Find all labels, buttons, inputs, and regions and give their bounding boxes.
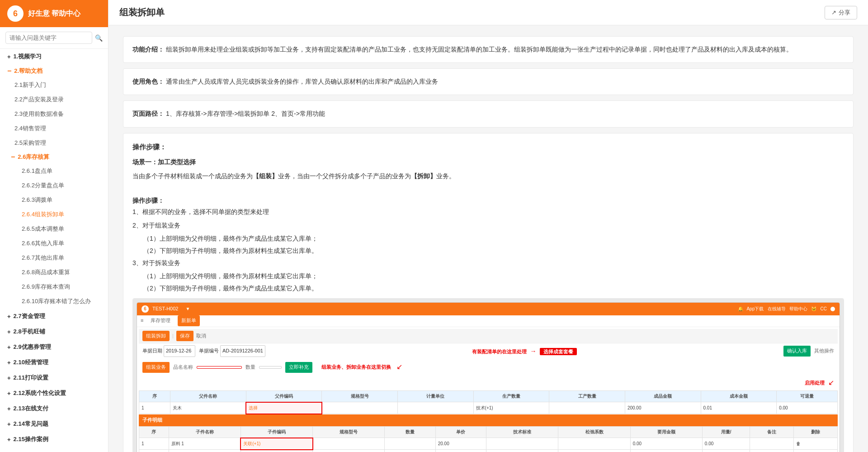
lth-del: 删除 — [794, 426, 838, 438]
search-icon[interactable]: 🔍 — [95, 34, 103, 42]
arrow-annotation3: ↙ — [396, 361, 402, 374]
lth-child-name: 子件名称 — [169, 426, 241, 438]
step3-1: （1）上部明细为父件明细，最终作为原材料生成某它出库单； — [143, 271, 844, 282]
mock-app-logo: 6 — [142, 305, 149, 313]
lth-remark: 备注 — [750, 426, 794, 438]
sidebar-item-help-docs[interactable]: − 2.帮助文档 — [0, 64, 108, 78]
sidebar-item-funds[interactable]: + 2.7资金管理 — [0, 309, 108, 324]
lth-qty: 数量 — [385, 426, 435, 438]
mock-qty-input[interactable] — [259, 366, 282, 369]
minus-icon-2: − — [11, 153, 15, 161]
plus-icon-7: + — [7, 375, 11, 381]
mock-upper-table: 序 父件名称 父件编码 规格型号 计量单位 生产数量 工产数量 成品金额 — [139, 390, 838, 414]
main-area: 组装拆卸单 ↗ 分享 功能介绍： 组装拆卸单用来处理企业组装或拆卸等加工业务，支… — [108, 0, 868, 452]
mock-date-input[interactable]: 2019-12-26 — [164, 345, 195, 357]
sidebar-item-online-pay[interactable]: + 2.13在线支付 — [0, 401, 108, 416]
mock-icons: 🔔 App下载 在线辅导 帮助中心 🐱 CC — [738, 305, 827, 313]
lth-amount: 要用金额 — [630, 426, 702, 438]
lth-spec: 规格型号 — [313, 426, 385, 438]
sidebar-item-stocktake[interactable]: 2.6.1盘点单 — [0, 164, 108, 178]
mock-confirm-btn[interactable]: 确认入库 — [783, 346, 811, 357]
sidebar-item-label: 1.视频学习 — [14, 52, 42, 61]
mock-product-name-input[interactable] — [197, 366, 242, 369]
sidebar-item-data-prep[interactable]: 2.3使用前数据准备 — [0, 107, 108, 121]
sidebar-item-faq[interactable]: + 2.14常见问题 — [0, 416, 108, 432]
sidebar-item-label: 2.7资金管理 — [14, 312, 45, 320]
sidebar-item-label: 2.10经营管理 — [14, 358, 48, 366]
screenshot-mockup: 6 TEST-H002 ▼ 🔔 App下载 在线辅导 帮助中心 🐱 CC — [132, 298, 844, 452]
role-label: 使用角色： — [132, 78, 164, 85]
plus-icon-4: + — [7, 328, 11, 335]
step3-2: （2）下部明细为子件明细，最终作为产成品生成某它入库单。 — [143, 283, 844, 294]
mock-order-input[interactable]: AD-20191226-001 — [220, 345, 265, 357]
scenario1-title: 场景一：加工类型选择 — [132, 157, 844, 168]
sidebar-item-cost-recalc[interactable]: 2.6.8商品成本重算 — [0, 265, 108, 280]
feature-intro-text: 组装拆卸单用来处理企业组装或拆卸等加工业务，支持有固定装配清单的产品加工业务，也… — [166, 46, 793, 53]
sidebar-item-ledger-query[interactable]: 2.6.9库存账本查询 — [0, 280, 108, 294]
topbar: 组装拆卸单 ↗ 分享 — [108, 0, 868, 25]
mock-close-btn[interactable] — [830, 307, 835, 311]
td-prod-qty: 技术(+1) — [473, 402, 549, 414]
page-title: 组装拆卸单 — [119, 6, 165, 19]
sidebar-item-other-in[interactable]: 2.6.6其他入库单 — [0, 236, 108, 251]
sidebar-item-partial-stocktake[interactable]: 2.6.2分量盘点单 — [0, 178, 108, 193]
mock-tab-new[interactable]: 新新单 — [178, 315, 200, 326]
role-section: 使用角色： 通常由生产人员或库管人员完成拆装业务的操作，库管人员确认原材料的出库… — [123, 68, 854, 95]
sidebar-header: 6 好生意 帮助中心 — [0, 0, 108, 27]
sidebar-item-assembly[interactable]: 2.6.4组装拆卸单 — [0, 207, 108, 222]
step1: 1、根据不同的业务，选择不同单据的类型来处理 — [132, 206, 844, 218]
sidebar-item-mobile[interactable]: + 2.8手机旺铺 — [0, 324, 108, 339]
step-list: 1、根据不同的业务，选择不同单据的类型来处理 2、对于组装业务 （1）上部明细为… — [132, 206, 844, 294]
sidebar-item-coupon[interactable]: + 2.9优惠券管理 — [0, 339, 108, 355]
mock-biz-type[interactable]: 组装业务 — [142, 362, 170, 373]
sidebar-item-inventory[interactable]: − 2.6库存核算 — [0, 150, 108, 164]
sidebar-item-operation[interactable]: + 2.10经营管理 — [0, 355, 108, 370]
arrow-annotation4: ↙ — [828, 376, 834, 390]
mock-cancel-btn[interactable]: 取消 — [196, 332, 206, 341]
sidebar-item-transfer[interactable]: 2.6.3调拨单 — [0, 193, 108, 207]
plus-icon-9: + — [7, 405, 11, 412]
sidebar-item-install[interactable]: 2.2产品安装及登录 — [0, 92, 108, 107]
th-cost-amt: 成本金额 — [701, 390, 777, 402]
path-text: 1、库存核算->库存管理->组装拆卸单 2、首页->常用功能 — [166, 110, 325, 117]
sidebar-item-label: 2.12系统个性化设置 — [14, 389, 66, 397]
screenshot-inner: 6 TEST-H002 ▼ 🔔 App下载 在线辅导 帮助中心 🐱 CC — [133, 299, 844, 452]
sidebar-item-personalize[interactable]: + 2.12系统个性化设置 — [0, 385, 108, 401]
sidebar-item-video-learning[interactable]: + 1.视频学习 — [0, 49, 108, 64]
path-label: 页面路径： — [132, 110, 164, 117]
share-button[interactable]: ↗ 分享 — [825, 6, 857, 19]
sidebar-item-label: 2.9优惠券管理 — [14, 343, 51, 351]
th-parent-name: 父件名称 — [170, 390, 246, 402]
ops-steps-label2: 操作步骤： — [132, 195, 844, 206]
sidebar-item-other-out[interactable]: 2.6.7其他出库单 — [0, 251, 108, 265]
search-input[interactable] — [5, 32, 92, 44]
lth-child-code: 子件编码 — [241, 426, 312, 438]
td-cost-amt: 0.01 — [701, 402, 777, 414]
td-spec — [322, 402, 398, 414]
sidebar-item-print[interactable]: + 2.11打印设置 — [0, 370, 108, 385]
minus-icon: − — [7, 67, 11, 75]
mock-other-btn[interactable]: 其他操作 — [814, 347, 834, 356]
td-prod-amt: 200.00 — [625, 402, 701, 414]
table-row: 1 原料 1 关联(+1) 20.00 — [139, 438, 838, 450]
sidebar-item-cost-adjust[interactable]: 2.6.5成本调整单 — [0, 222, 108, 236]
mock-assembly-type[interactable]: 组装拆卸 — [142, 331, 170, 342]
mock-field-order: 单据编号 AD-20191226-001 — [199, 345, 265, 357]
sidebar-item-cases[interactable]: + 2.15操作案例 — [0, 432, 108, 447]
plus-icon-5: + — [7, 344, 11, 351]
sidebar-item-label: 2.13在线支付 — [14, 404, 48, 413]
mock-confirm2-btn[interactable]: 立即补充 — [285, 362, 312, 373]
table-row: 2 原料 2 20.00 0.01 0. — [139, 450, 838, 452]
mock-window: 6 TEST-H002 ▼ 🔔 App下载 在线辅导 帮助中心 🐱 CC — [137, 302, 840, 452]
mock-tab-inventory[interactable]: 库存管理 — [147, 315, 174, 326]
sidebar: 6 好生意 帮助中心 🔍 + 1.视频学习 − 2.帮助文档 2.1新手入门 2… — [0, 0, 108, 452]
td-parent-code[interactable]: 选择 — [246, 402, 322, 414]
sidebar-item-purchase[interactable]: 2.5采购管理 — [0, 136, 108, 150]
mock-select-kit-btn[interactable]: 选择成套套餐 — [540, 348, 577, 355]
share-icon: ↗ — [831, 9, 836, 16]
sidebar-item-ledger-error[interactable]: 2.6.10库存账本错了怎么办 — [0, 294, 108, 309]
sidebar-item-newcomer[interactable]: 2.1新手入门 — [0, 78, 108, 92]
mock-upper-table-wrapper: 序 父件名称 父件编码 规格型号 计量单位 生产数量 工产数量 成品金额 — [139, 390, 838, 414]
sidebar-item-sales[interactable]: 2.4销售管理 — [0, 121, 108, 136]
mock-save-btn[interactable]: 保存 — [176, 331, 193, 342]
